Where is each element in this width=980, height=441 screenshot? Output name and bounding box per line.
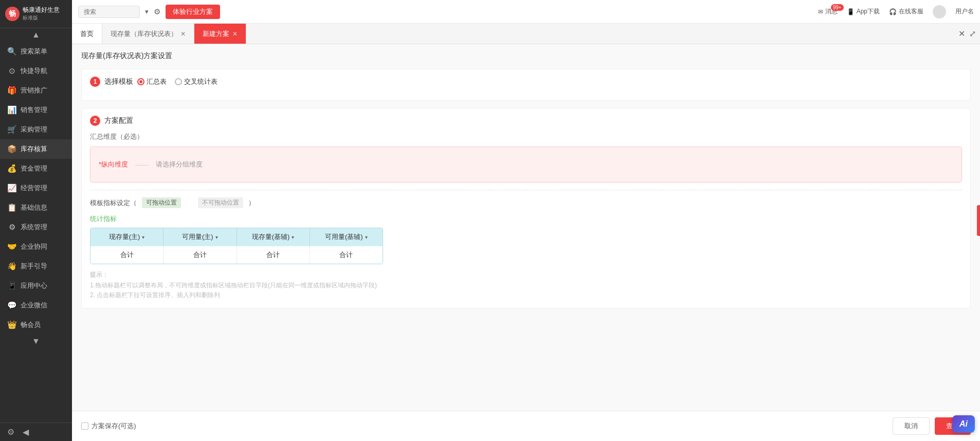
topbar-right: ✉ 消息 99+ 📱 App下载 🎧 在线客服 用户名	[818, 5, 974, 19]
stats-col-3[interactable]: 现存量(基辅) ▾	[237, 228, 310, 246]
radio-crosstab-circle	[175, 78, 182, 85]
dimension-dash: ——	[135, 161, 149, 169]
step2-badge: 2	[90, 116, 100, 126]
sidebar-item-label: 搜索菜单	[21, 47, 47, 56]
section-divider	[90, 190, 962, 190]
sidebar-settings-icon[interactable]: ⚙	[7, 427, 14, 437]
sidebar-item-basic-info[interactable]: 📋 基础信息	[0, 198, 72, 217]
sidebar-item-marketing[interactable]: 🎁 营销推广	[0, 81, 72, 100]
tips-section: 提示： 1.拖动标题栏可以调整布局，不可跨维度或指标区域拖动栏目字段(只能在同一…	[90, 270, 962, 300]
sidebar-item-label: 快捷导航	[21, 66, 47, 76]
gift-icon: 🎁	[7, 86, 16, 95]
sidebar-bottom: ⚙ ◀	[0, 422, 72, 441]
radio-summary[interactable]: 汇总表	[137, 77, 167, 86]
gear-icon: ⚙	[7, 223, 16, 232]
sidebar-logo: 畅 畅康通好生意 标准版	[0, 0, 72, 28]
radio-crosstab[interactable]: 交叉统计表	[175, 77, 217, 86]
template-radio-group: 汇总表 交叉统计表	[137, 77, 217, 86]
username-label[interactable]: 用户名	[955, 7, 974, 16]
stats-cell-1-2: 合计	[164, 246, 237, 264]
sidebar-item-finance[interactable]: 💰 资金管理	[0, 159, 72, 178]
search-input[interactable]	[78, 6, 140, 18]
ai-badge[interactable]: Ai	[952, 415, 975, 433]
tab-new-plan[interactable]: 新建方案 ✕	[194, 24, 246, 44]
sidebar-item-enterprise[interactable]: 🤝 企业协同	[0, 237, 72, 256]
sidebar-item-search[interactable]: 🔍 搜索菜单	[0, 42, 72, 61]
sidebar-item-label: 企业微信	[21, 301, 47, 310]
handshake-icon: 🤝	[7, 242, 16, 251]
radio-summary-circle	[137, 78, 144, 85]
stats-cell-1-4: 合计	[310, 246, 383, 264]
sidebar-item-app-center[interactable]: 📱 应用中心	[0, 276, 72, 296]
right-edge-indicator[interactable]	[977, 205, 980, 236]
sidebar-item-inventory[interactable]: 📦 库存核算	[0, 139, 72, 159]
tab-new-plan-close-icon[interactable]: ✕	[232, 30, 238, 38]
phone-icon: 📱	[847, 8, 855, 15]
settings-btn[interactable]: ⚙	[154, 7, 160, 16]
message-btn[interactable]: ✉ 消息 99+	[818, 7, 838, 16]
tab-inventory-close-icon[interactable]: ✕	[180, 30, 186, 38]
stats-col-2[interactable]: 可用量(主) ▾	[164, 228, 237, 246]
indicator-settings-label: 模板指标设定（	[90, 198, 137, 208]
sidebar-collapse-icon[interactable]: ◀	[23, 427, 29, 437]
page-title: 现存量(库存状况表)方案设置	[81, 51, 971, 61]
save-checkbox[interactable]	[81, 422, 88, 430]
sidebar-item-label: 销售管理	[21, 105, 47, 115]
stats-table-row-1: 合计 合计 合计 合计	[90, 246, 383, 264]
sidebar-item-label: 经营管理	[21, 183, 47, 193]
wave-icon: 👋	[7, 262, 16, 271]
sidebar-scroll-up[interactable]: ▲	[0, 28, 72, 42]
radio-crosstab-label: 交叉统计表	[184, 77, 217, 86]
cancel-button[interactable]: 取消	[893, 417, 930, 435]
dimension-placeholder: 请选择分组维度	[156, 160, 203, 169]
home-icon: ⊙	[7, 66, 16, 76]
dropdown-btn[interactable]: ▾	[145, 8, 149, 15]
search-icon: 🔍	[7, 47, 16, 56]
tips-item-2: 2. 点击标题栏下拉可设置排序、插入列和删除列	[90, 291, 962, 300]
stats-col-1[interactable]: 现存量(主) ▾	[90, 228, 164, 246]
user-avatar	[933, 5, 946, 19]
online-service-btn[interactable]: 🎧 在线客服	[889, 7, 923, 16]
tab-new-plan-label: 新建方案	[203, 29, 229, 39]
tab-home[interactable]: 首页	[72, 24, 102, 44]
footer: 方案保存(可选) 取消 查询	[72, 411, 980, 441]
col1-chevron-icon: ▾	[142, 234, 144, 240]
content-area: 现存量(库存状况表)方案设置 1 选择模板 汇总表 交叉统计表	[72, 44, 980, 411]
sidebar-item-operations[interactable]: 📈 经营管理	[0, 178, 72, 198]
dimension-zone[interactable]: *纵向维度 —— 请选择分组维度	[90, 146, 962, 182]
sidebar-item-sales[interactable]: 📊 销售管理	[0, 100, 72, 120]
sidebar-item-purchase[interactable]: 🛒 采购管理	[0, 120, 72, 139]
sidebar-scroll-down[interactable]: ▼	[0, 335, 72, 348]
sidebar-item-member[interactable]: 👑 畅会员	[0, 315, 72, 335]
step2-section: 2 方案配置 汇总维度（必选） *纵向维度 —— 请选择分组维度 模板指标设定（…	[81, 108, 971, 308]
tabbar-close-btn[interactable]: ✕	[958, 29, 965, 39]
app-edition: 标准版	[23, 14, 60, 22]
cart-icon: 🛒	[7, 125, 16, 134]
stats-col-4-label: 可用量(基辅)	[325, 232, 363, 242]
sidebar-item-quick-nav[interactable]: ⊙ 快捷导航	[0, 61, 72, 81]
indicator-movable-tag: 可拖动位置	[142, 197, 181, 208]
sidebar: 畅 畅康通好生意 标准版 ▲ 🔍 搜索菜单 ⊙ 快捷导航 🎁 营销推广 📊 销售…	[0, 0, 72, 441]
sidebar-item-label: 库存核算	[21, 144, 47, 154]
app-logo-icon: 畅	[5, 7, 20, 21]
sidebar-item-label: 资金管理	[21, 164, 47, 173]
sidebar-item-wechat[interactable]: 💬 企业微信	[0, 296, 72, 315]
sidebar-item-label: 基础信息	[21, 203, 47, 212]
wechat-icon: 💬	[7, 301, 16, 310]
save-option-label: 方案保存(可选)	[92, 421, 136, 431]
stats-table-header: 现存量(主) ▾ 可用量(主) ▾ 现存量(基辅) ▾ 可用量(基辅)	[90, 228, 383, 246]
radio-summary-label: 汇总表	[147, 77, 167, 86]
sidebar-item-label: 营销推广	[21, 86, 47, 95]
sidebar-item-system[interactable]: ⚙ 系统管理	[0, 217, 72, 237]
save-option[interactable]: 方案保存(可选)	[81, 421, 136, 431]
main-area: ▾ ⚙ 体验行业方案 ✉ 消息 99+ 📱 App下载 🎧 在线客服 用户名 首…	[72, 0, 980, 441]
industry-btn[interactable]: 体验行业方案	[166, 5, 220, 19]
tab-inventory-status[interactable]: 现存量（库存状况表） ✕	[102, 24, 194, 44]
tabbar-expand-btn[interactable]: ⤢	[969, 29, 976, 39]
app-download-btn[interactable]: 📱 App下载	[847, 7, 880, 16]
sidebar-item-new-guide[interactable]: 👋 新手引导	[0, 256, 72, 276]
summary-dimension-label: 汇总维度（必选）	[90, 132, 962, 141]
sidebar-item-label: 新手引导	[21, 262, 47, 271]
app-label: App下载	[857, 7, 880, 16]
stats-col-4[interactable]: 可用量(基辅) ▾	[310, 228, 383, 246]
